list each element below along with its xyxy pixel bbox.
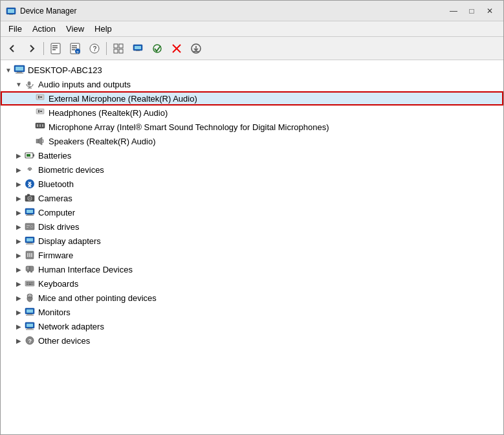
audio-inputs-outputs-item[interactable]: ▼ Audio inputs and outputs: [1, 77, 503, 91]
device-manager-window: Device Manager — □ ✕ File Action View He…: [0, 0, 504, 435]
svg-rect-4: [52, 45, 58, 47]
cameras-expander[interactable]: ▶: [14, 193, 24, 203]
svg-rect-79: [27, 282, 28, 284]
mice-item[interactable]: ▶ Mice and other pointing devices: [1, 291, 503, 305]
download-button[interactable]: [187, 39, 205, 58]
other-devices-label: Other devices: [38, 336, 90, 346]
tree-root[interactable]: ▼ DESKTOP-ABC123: [1, 63, 503, 77]
mice-label: Mice and other pointing devices: [38, 293, 157, 303]
menu-help[interactable]: Help: [89, 23, 117, 35]
menu-file[interactable]: File: [3, 23, 27, 35]
firmware-label: Firmware: [38, 251, 73, 260]
headphones-icon: [34, 107, 46, 118]
svg-rect-1: [8, 9, 14, 13]
microphone-array-label: Microphone Array (Intel® Smart Sound Tec…: [49, 122, 329, 132]
menu-action[interactable]: Action: [27, 23, 61, 35]
menu-bar: File Action View Help: [1, 21, 503, 37]
cameras-item[interactable]: ▶ Cameras: [1, 191, 503, 205]
back-button[interactable]: [3, 39, 21, 58]
human-interface-devices-label: Human Interface Devices: [38, 265, 133, 274]
batteries-item[interactable]: ▶ Batteries: [1, 148, 503, 162]
headphones-item[interactable]: Headphones (Realtek(R) Audio): [1, 106, 503, 120]
audio-expander[interactable]: ▼: [14, 79, 24, 89]
root-expander[interactable]: ▼: [3, 65, 14, 75]
keyboards-expander[interactable]: ▶: [14, 278, 24, 289]
svg-rect-64: [27, 227, 28, 228]
speakers-label: Speakers (Realtek(R) Audio): [49, 137, 155, 146]
svg-rect-78: [25, 281, 34, 286]
speakers-item[interactable]: Speakers (Realtek(R) Audio): [1, 134, 503, 148]
batteries-expander[interactable]: ▶: [14, 150, 24, 161]
other-expander[interactable]: ▶: [14, 335, 24, 346]
svg-rect-38: [38, 110, 39, 113]
computer-item[interactable]: ▶ Computer: [1, 205, 503, 219]
svg-rect-96: [27, 328, 32, 329]
microphone-array-item[interactable]: Microphone Array (Intel® Smart Sound Tec…: [1, 120, 503, 134]
svg-rect-28: [16, 67, 23, 71]
svg-rect-9: [72, 47, 77, 49]
network-adapters-icon: [24, 320, 36, 332]
bluetooth-expander[interactable]: ▶: [14, 179, 24, 189]
svg-rect-29: [17, 72, 22, 73]
update-driver-button[interactable]: ?: [66, 39, 84, 58]
svg-point-54: [29, 197, 31, 199]
computer-expander[interactable]: ▶: [14, 207, 24, 218]
minimize-button[interactable]: —: [445, 5, 462, 17]
svg-rect-75: [30, 271, 32, 273]
display-expander[interactable]: ▶: [14, 236, 24, 246]
close-button[interactable]: ✕: [481, 5, 498, 17]
svg-rect-82: [32, 282, 34, 284]
svg-rect-43: [42, 124, 43, 127]
mice-expander[interactable]: ▶: [14, 293, 24, 303]
hid-expander[interactable]: ▶: [14, 264, 24, 274]
svg-point-77: [27, 267, 29, 269]
view-button[interactable]: [109, 39, 127, 58]
svg-rect-10: [72, 49, 75, 50]
properties-button[interactable]: [47, 39, 65, 58]
batteries-label: Batteries: [38, 151, 71, 161]
keyboards-item[interactable]: ▶ Keyboards: [1, 276, 503, 291]
disk-expander[interactable]: ▶: [14, 221, 24, 232]
other-devices-item[interactable]: ▶ ? Other devices: [1, 333, 503, 348]
human-interface-devices-item[interactable]: ▶ Human Interface Devices: [1, 262, 503, 276]
bluetooth-item[interactable]: ▶ Bluetooth: [1, 177, 503, 191]
biometric-expander[interactable]: ▶: [14, 164, 24, 175]
disk-drives-item[interactable]: ▶ Disk drives: [1, 219, 503, 234]
monitors-label: Monitors: [38, 307, 71, 317]
svg-rect-17: [114, 49, 118, 53]
svg-rect-63: [27, 225, 30, 226]
toolbar: ? ?: [1, 37, 503, 60]
svg-rect-36: [40, 96, 42, 98]
external-microphone-item[interactable]: External Microphone (Realtek(R) Audio): [1, 91, 503, 106]
display-adapters-icon: [24, 235, 36, 247]
device-tree[interactable]: ▼ DESKTOP-ABC123 ▼: [1, 60, 503, 434]
headphones-label: Headphones (Realtek(R) Audio): [49, 108, 168, 118]
svg-rect-41: [37, 124, 38, 127]
svg-marker-45: [39, 137, 42, 145]
svg-rect-39: [40, 111, 42, 112]
headphones-expander: [24, 107, 34, 118]
biometric-icon: [24, 164, 36, 175]
other-devices-icon: ?: [24, 335, 36, 346]
network-adapters-item[interactable]: ▶ Network adapters: [1, 319, 503, 333]
menu-view[interactable]: View: [61, 23, 89, 35]
firmware-item[interactable]: ▶ Firmware: [1, 248, 503, 262]
biometric-devices-item[interactable]: ▶ Biometric devices: [1, 162, 503, 177]
firmware-expander[interactable]: ▶: [14, 250, 24, 260]
monitors-item[interactable]: ▶ Monitors: [1, 305, 503, 319]
maximize-button[interactable]: □: [463, 5, 480, 17]
forward-button[interactable]: [23, 39, 41, 58]
keyboards-label: Keyboards: [38, 279, 78, 289]
network-expander[interactable]: ▶: [14, 321, 24, 331]
display-adapters-item[interactable]: ▶ Display adapters: [1, 234, 503, 248]
display-adapters-label: Display adapters: [38, 236, 101, 246]
monitors-expander[interactable]: ▶: [14, 307, 24, 317]
monitor-button[interactable]: [129, 39, 147, 58]
remove-device-button[interactable]: [168, 39, 186, 58]
scan-changes-button[interactable]: [148, 39, 166, 58]
svg-rect-47: [33, 154, 34, 157]
help-button[interactable]: ?: [85, 39, 104, 58]
svg-point-50: [28, 168, 31, 171]
computer-label: Computer: [38, 208, 75, 218]
svg-rect-68: [26, 244, 34, 245]
